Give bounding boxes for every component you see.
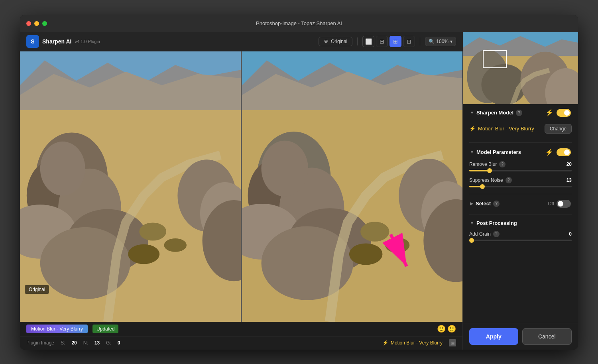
remove-blur-slider[interactable]	[469, 170, 572, 171]
record-button[interactable]: ▣	[449, 339, 456, 346]
params-chevron-icon[interactable]: ▼	[470, 150, 474, 154]
title-bar: Photoshop-image - Topaz Sharpen AI	[20, 15, 578, 32]
remove-blur-help-icon[interactable]: ?	[499, 161, 506, 167]
select-section: ▶ Select ? Off	[469, 200, 572, 208]
toolbar-right: 👁 Original ⬜ ⊟ ⊞ ⊡ 🔍 100% ▾	[319, 36, 456, 47]
right-bottom-buttons: Apply Cancel	[463, 323, 578, 350]
left-image-side: Original	[20, 51, 241, 322]
right-panel-content: ▼ Sharpen Model ? ⚡ ⚡ Motion Blur - Very	[463, 104, 578, 323]
select-title: ▶ Select ?	[470, 201, 500, 207]
thumbnail-viewport	[483, 50, 507, 68]
svg-point-7	[40, 142, 85, 196]
thumbnail-area	[463, 32, 578, 104]
params-lightning-icon: ⚡	[545, 148, 553, 156]
svg-marker-2	[20, 71, 241, 114]
image-panel: S Sharpen AI v4.1.0 Plugin 👁 Original ⬜ …	[20, 32, 462, 350]
remove-blur-row: Remove Blur ? 20	[469, 161, 572, 171]
g-value: 0	[118, 340, 120, 346]
view-split-h-button[interactable]: ⊞	[389, 36, 401, 47]
model-params-header: ▼ Model Parameters ⚡	[469, 148, 572, 156]
sharpen-model-toggle[interactable]	[557, 109, 571, 117]
sharpen-model-header: ▼ Sharpen Model ? ⚡	[469, 109, 572, 117]
svg-point-29	[360, 222, 389, 242]
post-chevron-icon[interactable]: ▼	[470, 221, 474, 225]
sharpen-lightning-icon: ⚡	[545, 109, 553, 116]
model-name: ⚡ Motion Blur - Very Blurry	[469, 126, 541, 132]
model-params-title: ▼ Model Parameters	[470, 149, 521, 155]
s-label: S:	[61, 340, 65, 346]
minimize-button[interactable]	[34, 21, 39, 26]
sharpen-chevron-icon[interactable]: ▼	[470, 110, 474, 115]
select-off-status: Off	[548, 200, 571, 208]
params-toggle[interactable]	[557, 148, 571, 156]
view-quad-button[interactable]: ⊡	[403, 36, 415, 47]
n-value: 13	[94, 340, 100, 346]
main-content: S Sharpen AI v4.1.0 Plugin 👁 Original ⬜ …	[20, 32, 578, 350]
model-status-tag: Motion Blur - Very Blurry	[26, 325, 88, 333]
right-panel: ▼ Sharpen Model ? ⚡ ⚡ Motion Blur - Very	[462, 32, 578, 350]
bottom-model-label: Motion Blur - Very Blurry	[391, 340, 443, 346]
section-divider-2	[469, 194, 572, 194]
select-chevron-icon[interactable]: ▶	[470, 201, 473, 206]
cancel-button[interactable]: Cancel	[522, 328, 572, 345]
section-divider-3	[469, 214, 572, 214]
select-toggle[interactable]	[557, 200, 571, 208]
suppress-noise-value: 13	[567, 177, 572, 183]
view-original-button[interactable]: 👁 Original	[319, 37, 352, 46]
feedback-icons: 🙂 🙁	[437, 325, 456, 333]
right-image-side	[242, 51, 463, 322]
view-mode-group: ⬜ ⊟ ⊞ ⊡	[362, 36, 415, 47]
view-split-v-button[interactable]: ⊟	[376, 36, 388, 47]
thumbs-down-icon[interactable]: 🙁	[447, 325, 456, 333]
svg-point-13	[128, 244, 159, 264]
suppress-noise-label-row: Suppress Noise ? 13	[469, 177, 572, 183]
apply-button[interactable]: Apply	[469, 328, 518, 345]
remove-blur-label: Remove Blur ?	[469, 161, 506, 167]
eye-icon: 👁	[324, 39, 329, 44]
n-label: N:	[83, 340, 88, 346]
remove-blur-thumb[interactable]	[487, 168, 492, 173]
remove-blur-label-row: Remove Blur ? 20	[469, 161, 572, 167]
g-label: G:	[106, 340, 111, 346]
app-name: Sharpen AI	[42, 38, 71, 45]
add-grain-help-icon[interactable]: ?	[493, 231, 500, 237]
view-single-button[interactable]: ⬜	[362, 36, 374, 47]
traffic-lights	[26, 21, 47, 26]
close-button[interactable]	[26, 21, 31, 26]
zoom-icon: 🔍	[429, 39, 435, 44]
sharpen-help-icon[interactable]: ?	[516, 110, 522, 116]
suppress-noise-help-icon[interactable]: ?	[506, 177, 512, 183]
suppress-noise-thumb[interactable]	[480, 184, 485, 189]
remove-blur-fill	[469, 170, 490, 171]
select-help-icon[interactable]: ?	[493, 201, 500, 207]
original-label: Original	[25, 285, 49, 294]
zoom-value: 100%	[436, 39, 448, 44]
zoom-control[interactable]: 🔍 100% ▾	[425, 37, 456, 46]
add-grain-value: 0	[569, 231, 572, 237]
remove-blur-value: 20	[567, 161, 572, 167]
svg-point-31	[349, 243, 382, 265]
app-window: Photoshop-image - Topaz Sharpen AI S Sha…	[20, 15, 578, 350]
toolbar: S Sharpen AI v4.1.0 Plugin 👁 Original ⬜ …	[20, 32, 462, 51]
zoom-chevron: ▾	[450, 39, 452, 44]
post-processing-header: ▼ Post Processing	[469, 220, 572, 226]
image-status-bar: Motion Blur - Very Blurry Updated 🙂 🙁	[20, 322, 462, 336]
image-comparison-area[interactable]: Original	[20, 51, 462, 322]
section-divider-1	[469, 142, 572, 143]
suppress-noise-label: Suppress Noise ?	[469, 177, 512, 183]
separator2	[420, 37, 420, 45]
thumbs-up-icon[interactable]: 🙂	[437, 325, 446, 333]
svg-point-11	[139, 222, 166, 240]
post-processing-section: ▼ Post Processing Add Grain ? 0	[469, 220, 572, 241]
separator	[357, 37, 358, 45]
maximize-button[interactable]	[42, 21, 47, 26]
select-header: ▶ Select ? Off	[469, 200, 572, 208]
app-logo: S	[26, 35, 39, 48]
right-landscape	[242, 51, 463, 322]
sharpen-model-title: ▼ Sharpen Model ?	[470, 110, 522, 116]
add-grain-thumb[interactable]	[469, 238, 474, 243]
change-model-button[interactable]: Change	[545, 124, 572, 134]
suppress-noise-slider[interactable]	[469, 186, 572, 187]
sharpen-model-controls: ⚡	[545, 109, 571, 117]
add-grain-slider-track[interactable]	[469, 240, 572, 241]
